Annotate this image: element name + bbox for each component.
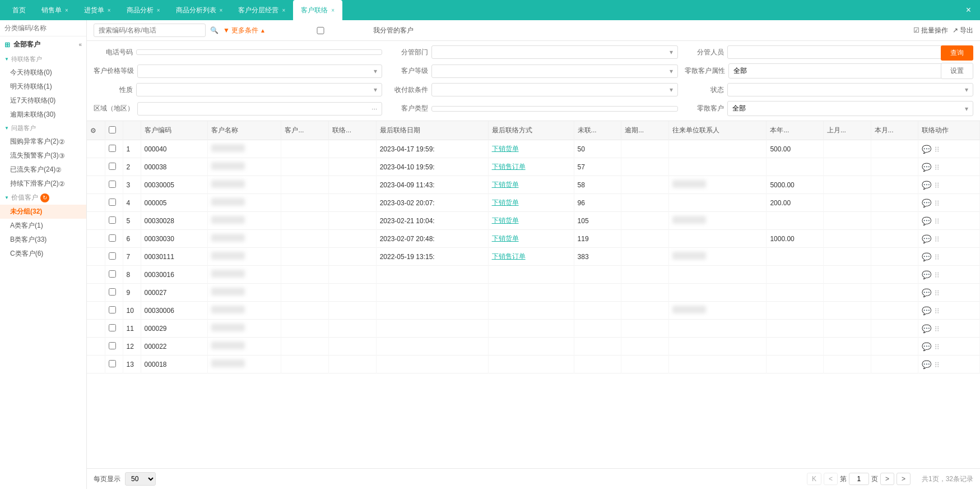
row-contact-method[interactable]: 下销货单 bbox=[492, 145, 519, 153]
tab-sales-close[interactable]: × bbox=[65, 7, 68, 13]
sidebar-item-churn-warning[interactable]: 流失预警客户(3) ③ bbox=[0, 149, 86, 163]
col-last-contact-date[interactable]: 最后联络日期 bbox=[376, 121, 488, 140]
sidebar-item-class-c[interactable]: C类客户(6) bbox=[0, 247, 86, 261]
sidebar-item-abnormal[interactable]: 囤购异常客户(2) ② bbox=[0, 135, 86, 149]
row-checkbox[interactable] bbox=[109, 270, 116, 278]
export-button[interactable]: ↗ 导出 bbox=[953, 26, 973, 35]
first-page-button[interactable]: K bbox=[807, 473, 821, 485]
col-action[interactable]: 联络动作 bbox=[918, 121, 980, 140]
more-action-icon[interactable]: ⁝⁝ bbox=[935, 252, 939, 261]
filter-payment-select[interactable]: ▾ bbox=[431, 83, 677, 96]
row-checkbox[interactable] bbox=[109, 145, 116, 152]
row-checkbox[interactable] bbox=[109, 163, 116, 170]
batch-operation-button[interactable]: ☑ 批量操作 bbox=[913, 26, 948, 35]
prev-page-button[interactable]: < bbox=[824, 473, 838, 485]
page-number-input[interactable] bbox=[849, 473, 869, 485]
more-action-icon[interactable]: ⁝⁝ bbox=[935, 163, 939, 172]
row-checkbox[interactable] bbox=[109, 342, 116, 349]
sidebar-collapse-icon[interactable]: « bbox=[78, 41, 82, 48]
next-page-button[interactable]: > bbox=[880, 473, 894, 485]
more-action-icon[interactable]: ⁝⁝ bbox=[935, 288, 939, 297]
filter-customer-type-select[interactable] bbox=[431, 106, 677, 112]
row-contact-method[interactable]: 下销货单 bbox=[492, 181, 519, 188]
last-page-button[interactable]: > bbox=[897, 473, 911, 485]
phone-action-icon[interactable]: 💬 bbox=[922, 306, 931, 315]
select-all-checkbox[interactable] bbox=[109, 126, 116, 133]
tab-customer-segment[interactable]: 客户分层经营 × bbox=[230, 0, 293, 20]
phone-action-icon[interactable]: 💬 bbox=[922, 199, 931, 207]
tab-purchase[interactable]: 进货单 × bbox=[76, 0, 119, 20]
tab-customer-contact-close[interactable]: × bbox=[331, 7, 335, 13]
col-overdue[interactable]: 逾期... bbox=[621, 121, 669, 140]
sidebar-item-tomorrow-pending[interactable]: 明天待联络(1) bbox=[0, 80, 86, 94]
row-checkbox[interactable] bbox=[109, 199, 116, 206]
col-unit-contact[interactable]: 往来单位联系人 bbox=[668, 121, 767, 140]
col-settings[interactable]: ⚙ bbox=[87, 121, 105, 140]
filter-retail-select[interactable]: 全部 ▾ bbox=[727, 101, 973, 116]
tab-product-list-close[interactable]: × bbox=[220, 7, 223, 13]
col-not-contacted[interactable]: 未联... bbox=[574, 121, 621, 140]
more-action-icon[interactable]: ⁝⁝ bbox=[935, 181, 939, 190]
filter-customer-level-select[interactable]: ▾ bbox=[431, 64, 677, 78]
more-action-icon[interactable]: ⁝⁝ bbox=[935, 216, 939, 225]
sidebar-item-class-a[interactable]: A类客户(1) bbox=[0, 219, 86, 233]
phone-action-icon[interactable]: 💬 bbox=[922, 324, 931, 333]
more-action-icon[interactable]: ⁝⁝ bbox=[935, 360, 939, 369]
search-icon[interactable]: 🔍 bbox=[210, 26, 219, 34]
row-checkbox[interactable] bbox=[109, 181, 116, 188]
sidebar-all-customers[interactable]: ⊞ 全部客户 « bbox=[0, 36, 86, 53]
more-action-icon[interactable]: ⁝⁝ bbox=[935, 234, 939, 243]
row-contact-method[interactable]: 下销货单 bbox=[492, 234, 519, 242]
more-action-icon[interactable]: ⁝⁝ bbox=[935, 199, 939, 207]
more-action-icon[interactable]: ⁝⁝ bbox=[935, 306, 939, 315]
col-contact[interactable]: 联络... bbox=[329, 121, 377, 140]
sidebar-item-week-pending[interactable]: 近7天待联络(0) bbox=[0, 94, 86, 108]
phone-action-icon[interactable]: 💬 bbox=[922, 342, 931, 351]
row-contact-method[interactable]: 下销售订单 bbox=[492, 252, 526, 260]
filter-nature-select[interactable]: ▾ bbox=[136, 83, 382, 96]
phone-action-icon[interactable]: 💬 bbox=[922, 360, 931, 369]
sidebar-item-class-b[interactable]: B类客户(33) bbox=[0, 233, 86, 247]
refresh-icon[interactable]: ↻ bbox=[40, 193, 49, 202]
col-name[interactable]: 客户名称 bbox=[207, 121, 281, 140]
row-contact-method[interactable]: 下销货单 bbox=[492, 199, 519, 206]
row-checkbox[interactable] bbox=[109, 216, 116, 224]
page-size-select[interactable]: 50 100 200 bbox=[125, 472, 156, 486]
phone-action-icon[interactable]: 💬 bbox=[922, 216, 931, 225]
filter-manager-select[interactable]: ··· bbox=[727, 45, 973, 59]
sidebar-item-declining[interactable]: 持续下滑客户(2) ② bbox=[0, 177, 86, 191]
sidebar-item-overdue[interactable]: 逾期未联络(30) bbox=[0, 108, 86, 122]
tab-customer-segment-close[interactable]: × bbox=[282, 7, 285, 13]
my-customers-checkbox[interactable] bbox=[270, 27, 371, 34]
phone-action-icon[interactable]: 💬 bbox=[922, 145, 931, 154]
filter-region-select[interactable]: ··· bbox=[137, 102, 382, 116]
row-checkbox[interactable] bbox=[109, 360, 116, 367]
tab-product-analysis[interactable]: 商品分析 × bbox=[119, 0, 168, 20]
tab-product-analysis-close[interactable]: × bbox=[157, 7, 160, 13]
row-checkbox[interactable] bbox=[109, 306, 116, 313]
sidebar-item-lost[interactable]: 已流失客户(24) ② bbox=[0, 163, 86, 177]
search-button[interactable]: 查询 bbox=[941, 45, 973, 61]
window-close-button[interactable]: × bbox=[962, 5, 976, 15]
row-checkbox[interactable] bbox=[109, 252, 116, 260]
tab-purchase-close[interactable]: × bbox=[108, 7, 111, 13]
col-code[interactable]: 客户编码 bbox=[141, 121, 207, 140]
filter-dept-select[interactable]: ▾ bbox=[431, 45, 677, 59]
phone-action-icon[interactable]: 💬 bbox=[922, 288, 931, 297]
col-this-month[interactable]: 本月... bbox=[871, 121, 918, 140]
more-action-icon[interactable]: ⁝⁝ bbox=[935, 270, 939, 279]
filter-phone-input[interactable] bbox=[136, 49, 382, 55]
col-this-year[interactable]: 本年... bbox=[767, 121, 824, 140]
more-action-icon[interactable]: ⁝⁝ bbox=[935, 324, 939, 333]
col-last-contact-method[interactable]: 最后联络方式 bbox=[488, 121, 574, 140]
reset-button[interactable]: 设置 bbox=[941, 63, 973, 79]
row-checkbox[interactable] bbox=[109, 324, 116, 331]
col-last-month[interactable]: 上月... bbox=[823, 121, 871, 140]
row-contact-method[interactable]: 下销货单 bbox=[492, 216, 519, 224]
sidebar-search-input[interactable] bbox=[4, 24, 87, 32]
tab-sales[interactable]: 销售单 × bbox=[34, 0, 76, 20]
row-checkbox[interactable] bbox=[109, 234, 116, 242]
tab-product-list[interactable]: 商品分析列表 × bbox=[168, 0, 231, 20]
row-checkbox[interactable] bbox=[109, 288, 116, 296]
sidebar-item-ungrouped[interactable]: 未分组(32) bbox=[0, 205, 86, 219]
